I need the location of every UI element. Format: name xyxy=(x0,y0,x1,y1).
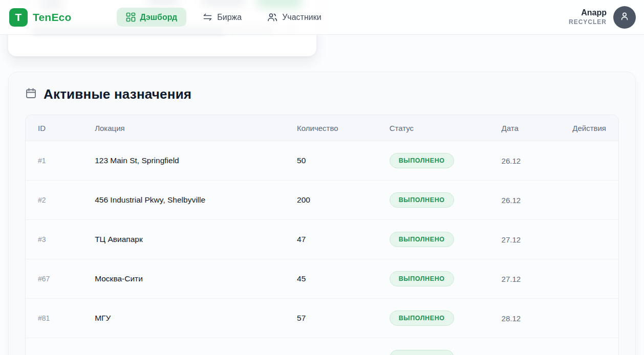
column-header-quantity: Количество xyxy=(285,115,377,141)
assignment-id: #1 xyxy=(26,141,82,181)
status-badge: ВЫПОЛНЕНО xyxy=(390,192,454,208)
assignment-id: #81 xyxy=(26,299,82,338)
nav-item-dashboard[interactable]: Дэшборд xyxy=(117,8,187,27)
assignment-actions xyxy=(557,181,618,220)
column-header-location: Локация xyxy=(82,115,285,141)
nav-item-label: Участники xyxy=(282,13,321,22)
status-badge: ВЫПОЛНЕНО xyxy=(390,271,454,286)
section-header: Активные назначения xyxy=(25,86,619,102)
column-header-id: ID xyxy=(26,115,82,141)
assignment-location: Москва-Сити xyxy=(82,259,285,299)
table-row: #82 Москва-Сити 57 ВЫПОЛНЕНО 28.12 xyxy=(26,338,618,355)
table-row: #2 456 Industrial Pkwy, Shelbyville 200 … xyxy=(26,181,618,220)
assignments-table: ID Локация Количество Статус Дата Действ… xyxy=(26,115,618,355)
assignment-status: ВЫПОЛНЕНО xyxy=(377,220,489,259)
assignment-actions xyxy=(557,141,618,181)
assignment-quantity: 45 xyxy=(285,259,377,299)
assignment-actions xyxy=(557,338,618,355)
assignment-date: 26.12 xyxy=(489,181,557,220)
table-row: #3 ТЦ Авиапарк 47 ВЫПОЛНЕНО 27.12 xyxy=(26,220,618,259)
assignment-status: ВЫПОЛНЕНО xyxy=(377,141,489,181)
page-title: Активные назначения xyxy=(44,86,191,102)
table-header-row: ID Локация Количество Статус Дата Действ… xyxy=(26,115,618,141)
nav-item-label: Биржа xyxy=(217,13,242,22)
column-header-status: Статус xyxy=(377,115,489,141)
assignment-id: #2 xyxy=(26,181,82,220)
assignment-location: МГУ xyxy=(82,299,285,338)
assignment-actions xyxy=(557,259,618,299)
assignments-table-container: ID Локация Количество Статус Дата Действ… xyxy=(25,115,619,355)
calendar-icon xyxy=(25,87,37,101)
assignment-quantity: 50 xyxy=(285,141,377,181)
assignment-status: ВЫПОЛНЕНО xyxy=(377,181,489,220)
user-menu[interactable]: Anapp RECYCLER xyxy=(569,6,636,29)
column-header-actions: Действия xyxy=(557,115,618,141)
assignment-date: 26.12 xyxy=(489,141,557,181)
assignment-quantity: 57 xyxy=(285,299,377,338)
assignment-status: ВЫПОЛНЕНО xyxy=(377,299,489,338)
table-row: #67 Москва-Сити 45 ВЫПОЛНЕНО 27.12 xyxy=(26,259,618,299)
assignment-id: #82 xyxy=(26,338,82,355)
brand-logo[interactable]: T TenEco xyxy=(9,8,72,27)
table-header: ID Локация Количество Статус Дата Действ… xyxy=(26,115,618,141)
status-badge: ВЫПОЛНЕНО xyxy=(390,310,454,326)
user-info: Anapp RECYCLER xyxy=(569,8,607,27)
assignment-location: Москва-Сити xyxy=(82,338,285,355)
active-assignments-card: Активные назначения ID Локация Количеств… xyxy=(8,72,636,355)
brand-logo-icon: T xyxy=(9,8,28,27)
assignment-location: 123 Main St, Springfield xyxy=(82,141,285,181)
assignment-actions xyxy=(557,299,618,338)
status-badge: ВЫПОЛНЕНО xyxy=(390,153,454,168)
status-badge: ВЫПОЛНЕНО xyxy=(390,232,454,247)
assignment-actions xyxy=(557,220,618,259)
brand-name: TenEco xyxy=(33,11,72,24)
assignment-date: 28.12 xyxy=(489,299,557,338)
person-icon xyxy=(619,11,630,24)
assignment-status: ВЫПОЛНЕНО xyxy=(377,259,489,299)
assignment-status: ВЫПОЛНЕНО xyxy=(377,338,489,355)
assignment-location: 456 Industrial Pkwy, Shelbyville xyxy=(82,181,285,220)
assignment-id: #3 xyxy=(26,220,82,259)
table-row: #1 123 Main St, Springfield 50 ВЫПОЛНЕНО… xyxy=(26,141,618,181)
table-row: #81 МГУ 57 ВЫПОЛНЕНО 28.12 xyxy=(26,299,618,338)
main-nav: Дэшборд Биржа Участники xyxy=(117,8,331,27)
nav-item-label: Дэшборд xyxy=(140,13,178,22)
assignment-date: 28.12 xyxy=(489,338,557,355)
nav-item-participants[interactable]: Участники xyxy=(258,8,330,27)
status-badge: ВЫПОЛНЕНО xyxy=(390,350,454,355)
table-body: #1 123 Main St, Springfield 50 ВЫПОЛНЕНО… xyxy=(26,141,618,355)
nav-item-exchange[interactable]: Биржа xyxy=(194,8,251,27)
user-name: Anapp xyxy=(569,8,607,18)
assignment-quantity: 57 xyxy=(285,338,377,355)
assignment-date: 27.12 xyxy=(489,259,557,299)
column-header-date: Дата xyxy=(489,115,557,141)
top-navbar: T TenEco Дэшборд Биржа xyxy=(0,0,644,35)
assignment-quantity: 200 xyxy=(285,181,377,220)
exchange-arrows-icon xyxy=(203,12,212,22)
assignment-quantity: 47 xyxy=(285,220,377,259)
assignment-id: #67 xyxy=(26,259,82,299)
dashboard-grid-icon xyxy=(126,12,136,22)
assignment-date: 27.12 xyxy=(489,220,557,259)
people-icon xyxy=(267,12,277,22)
user-avatar[interactable] xyxy=(613,6,636,29)
assignment-location: ТЦ Авиапарк xyxy=(82,220,285,259)
user-role-badge: RECYCLER xyxy=(569,18,607,27)
